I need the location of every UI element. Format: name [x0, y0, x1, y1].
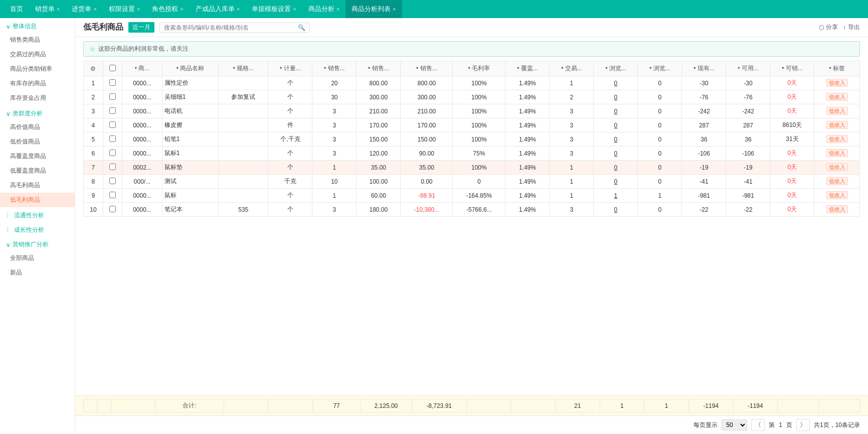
col-settings[interactable]: ⚙	[84, 61, 103, 76]
sidebar-group-marketing[interactable]: ∨ 营销推广分析	[0, 236, 75, 251]
row-view1[interactable]: 0	[594, 76, 638, 90]
sidebar-item-high-coverage[interactable]: 高覆盖度商品	[0, 149, 75, 164]
close-purchase-order-icon[interactable]: ×	[93, 6, 96, 12]
row-sales1: 30	[312, 90, 357, 104]
row-name: 笔记本	[162, 203, 218, 217]
close-role-auth-icon[interactable]: ×	[180, 6, 183, 12]
next-page-button[interactable]: 〉	[796, 419, 810, 431]
collapse-marketing-icon[interactable]: ∨	[6, 241, 11, 248]
nav-product-analysis-list[interactable]: 商品分析列表 ×	[345, 0, 402, 18]
row-view1[interactable]: 0	[594, 175, 638, 189]
search-input[interactable]	[164, 24, 298, 31]
collapse-liquidity-icon[interactable]: 〉	[6, 211, 12, 220]
nav-permission-settings[interactable]: 权限设置 ×	[103, 0, 146, 18]
sidebar-group-growth-label: 成长性分析	[14, 226, 44, 234]
share-button[interactable]: ⬡ 分享	[819, 23, 838, 32]
nav-sales-order[interactable]: 销货单 ×	[29, 0, 66, 18]
col-stock1: • 现有...	[682, 61, 726, 76]
search-icon[interactable]: 🔍	[298, 24, 305, 31]
close-permission-settings-icon[interactable]: ×	[137, 6, 140, 12]
row-view1[interactable]: 0	[594, 104, 638, 118]
collapse-growth-icon[interactable]: 〉	[6, 226, 12, 234]
row-view1[interactable]: 0	[594, 132, 638, 147]
sidebar-item-low-margin[interactable]: 低毛利商品	[0, 193, 75, 207]
sidebar-item-new-products[interactable]: 新品	[0, 265, 75, 280]
collapse-cluster-icon[interactable]: ∨	[6, 110, 11, 117]
sidebar-item-sales-products[interactable]: 销售类商品	[0, 33, 75, 47]
close-product-entry-icon[interactable]: ×	[237, 6, 240, 12]
close-template-settings-icon[interactable]: ×	[293, 6, 296, 12]
row-checkbox[interactable]	[103, 147, 122, 161]
nav-purchase-order[interactable]: 进货单 ×	[66, 0, 102, 18]
col-code: • 商...	[122, 61, 162, 76]
row-number: 4	[84, 118, 103, 132]
row-gross: 100%	[453, 90, 505, 104]
sidebar-item-traded-products[interactable]: 交易过的商品	[0, 47, 75, 62]
row-view2: 0	[638, 147, 682, 161]
row-checkbox[interactable]	[103, 189, 122, 203]
row-checkbox[interactable]	[103, 76, 122, 90]
select-all-checkbox[interactable]	[109, 65, 116, 71]
nav-role-auth[interactable]: 角色授权 ×	[146, 0, 189, 18]
row-trade: 1	[550, 175, 594, 189]
sidebar-group-growth[interactable]: 〉 成长性分析	[0, 222, 75, 236]
notice-icon: ☆	[90, 46, 95, 53]
row-view2: 0	[638, 76, 682, 90]
row-checkbox[interactable]	[103, 203, 122, 217]
row-view2: 0	[638, 90, 682, 104]
row-checkbox[interactable]	[103, 90, 122, 104]
row-stock3: 0天	[770, 90, 814, 104]
row-gross: -164.85%	[453, 189, 505, 203]
col-tag: • 标签	[814, 61, 860, 76]
period-button[interactable]: 近一月	[128, 22, 154, 33]
row-name: 铅笔1	[162, 132, 218, 147]
close-sales-order-icon[interactable]: ×	[57, 6, 60, 12]
prev-page-button[interactable]: 〈	[751, 419, 765, 431]
sidebar-item-stock-capital[interactable]: 库存资金占用	[0, 91, 75, 105]
nav-home[interactable]: 首页	[4, 0, 29, 18]
close-product-analysis-icon[interactable]: ×	[336, 6, 339, 12]
col-checkbox-all[interactable]	[103, 61, 122, 76]
sidebar-item-high-value[interactable]: 高价值商品	[0, 120, 75, 134]
row-tag: 低收入	[814, 90, 860, 104]
sidebar-group-overall[interactable]: ∨ 整体信息	[0, 18, 75, 33]
row-checkbox[interactable]	[103, 175, 122, 189]
sidebar-item-category-sales-rate[interactable]: 商品分类助销率	[0, 62, 75, 76]
sidebar-group-overall-label: 整体信息	[13, 22, 37, 31]
row-view1[interactable]: 0	[594, 161, 638, 175]
pagination-summary: 共1页，10条记录	[814, 421, 860, 429]
sidebar-group-liquidity[interactable]: 〉 流通性分析	[0, 207, 75, 222]
row-view1[interactable]: 0	[594, 203, 638, 217]
row-checkbox[interactable]	[103, 118, 122, 132]
page-size-select[interactable]: 50 100 200	[722, 419, 747, 430]
collapse-overall-icon[interactable]: ∨	[6, 23, 11, 30]
row-checkbox[interactable]	[103, 161, 122, 175]
row-coverage: 1.49%	[505, 203, 550, 217]
col-stock2: • 可用...	[726, 61, 770, 76]
sidebar-item-all-products[interactable]: 全部商品	[0, 251, 75, 265]
sidebar-group-cluster[interactable]: ∨ 类群度分析	[0, 105, 75, 120]
nav-product-analysis[interactable]: 商品分析 ×	[302, 0, 345, 18]
sidebar-item-low-value[interactable]: 低价值商品	[0, 134, 75, 149]
row-unit: 个	[268, 76, 312, 90]
row-stock1: -981	[682, 189, 726, 203]
close-product-analysis-list-icon[interactable]: ×	[393, 6, 396, 12]
nav-template-settings[interactable]: 单据模板设置 ×	[246, 0, 302, 18]
row-view1[interactable]: 0	[594, 90, 638, 104]
nav-product-entry[interactable]: 产成品入库单 ×	[190, 0, 246, 18]
row-view1[interactable]: 1	[594, 189, 638, 203]
row-checkbox[interactable]	[103, 132, 122, 147]
row-trade: 3	[550, 203, 594, 217]
row-view1[interactable]: 0	[594, 118, 638, 132]
export-button[interactable]: ↑ 导出	[843, 23, 860, 32]
row-stock1: 36	[682, 132, 726, 147]
row-view2: 0	[638, 118, 682, 132]
row-checkbox[interactable]	[103, 104, 122, 118]
page-title: 低毛利商品	[83, 22, 123, 33]
row-sales3: 170.00	[401, 118, 453, 132]
sidebar-item-high-margin[interactable]: 高毛利商品	[0, 178, 75, 193]
row-view1[interactable]: 0	[594, 147, 638, 161]
row-number: 9	[84, 189, 103, 203]
sidebar-item-in-stock-products[interactable]: 有库存的商品	[0, 76, 75, 91]
sidebar-item-low-coverage[interactable]: 低覆盖度商品	[0, 164, 75, 178]
